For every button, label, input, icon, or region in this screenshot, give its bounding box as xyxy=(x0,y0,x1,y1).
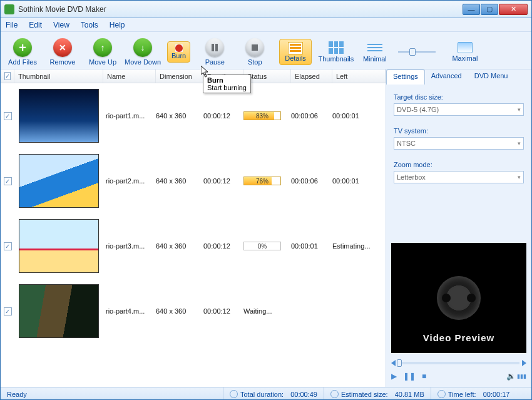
preview-pause-button[interactable]: ❚❚ xyxy=(403,372,416,381)
thumbnails-icon xyxy=(329,41,344,54)
zoom-mode-combo[interactable]: Letterbox xyxy=(394,171,524,183)
row-dimension: 640 x 360 xyxy=(156,307,203,315)
seek-end-icon[interactable] xyxy=(522,360,526,366)
minimal-icon xyxy=(367,41,382,54)
thumbnail-image xyxy=(19,219,99,273)
row-checkbox[interactable]: ✓ xyxy=(4,177,12,185)
content-area: Burn Start burning ✓ Thumbnail Name Dime… xyxy=(1,69,531,387)
pause-label: Pause xyxy=(205,58,225,66)
list-row[interactable]: ✓ rio-part2.m... 640 x 360 00:00:12 76% … xyxy=(1,148,386,213)
tv-system-combo[interactable]: NTSC xyxy=(394,137,524,150)
stop-icon xyxy=(245,38,264,57)
burn-button[interactable]: Burn xyxy=(167,41,190,63)
arrow-up-icon xyxy=(93,38,112,57)
list-body[interactable]: ✓ rio-part1.m... 640 x 360 00:00:12 83% … xyxy=(1,83,386,387)
preview-play-button[interactable]: ▶ xyxy=(391,372,397,381)
details-label: Details xyxy=(285,54,306,62)
status-estimated-size: Estimated size: 40.81 MB xyxy=(324,387,431,400)
row-checkbox[interactable]: ✓ xyxy=(4,307,12,315)
thumbnails-label: Thumbnails xyxy=(318,55,354,63)
target-disc-label: Target disc size: xyxy=(394,93,524,101)
maximal-icon xyxy=(458,42,473,53)
col-elapsed[interactable]: Elapsed xyxy=(291,69,332,83)
seek-bar[interactable] xyxy=(398,362,519,364)
zoom-mode-label: Zoom mode: xyxy=(394,161,524,168)
reel-icon xyxy=(437,276,481,320)
close-button[interactable]: ✕ xyxy=(499,4,528,15)
titlebar: Sothink Movie DVD Maker — ▢ ✕ xyxy=(1,1,531,18)
thumbnails-view-button[interactable]: Thumbnails xyxy=(320,41,352,63)
target-disc-combo[interactable]: DVD-5 (4.7G) xyxy=(394,103,524,116)
volume-control[interactable]: 🔉 ▮▮▮ xyxy=(506,372,526,381)
menubar: File Edit View Tools Help xyxy=(1,18,531,32)
stop-label: Stop xyxy=(248,58,262,66)
tab-dvd-menu[interactable]: DVD Menu xyxy=(468,69,514,85)
burn-tooltip: Burn Start burning xyxy=(203,74,251,93)
thumbnail-image xyxy=(19,284,99,338)
row-left: Estimating... xyxy=(332,242,386,250)
list-header: ✓ Thumbnail Name Dimension Duration Stat… xyxy=(1,69,386,83)
pause-icon xyxy=(205,38,224,57)
add-files-label: Add Files xyxy=(8,58,37,66)
preview-text: Video Preview xyxy=(423,332,494,343)
row-checkbox[interactable]: ✓ xyxy=(4,242,12,250)
maximal-view-button[interactable]: Maximal xyxy=(451,42,479,62)
tab-settings[interactable]: Settings xyxy=(386,69,425,85)
app-icon xyxy=(4,4,14,14)
minimal-label: Minimal xyxy=(363,55,387,63)
minimal-view-button[interactable]: Minimal xyxy=(361,41,389,63)
maximal-label: Maximal xyxy=(452,54,478,62)
preview-stop-button[interactable]: ■ xyxy=(422,372,426,381)
preview-controls: ▶ ❚❚ ■ 🔉 ▮▮▮ xyxy=(391,369,526,383)
select-all-checkbox[interactable]: ✓ xyxy=(4,72,11,80)
menu-tools[interactable]: Tools xyxy=(81,21,98,29)
list-row[interactable]: ✓ rio-part1.m... 640 x 360 00:00:12 83% … xyxy=(1,83,386,148)
maximize-button[interactable]: ▢ xyxy=(481,4,498,15)
col-left[interactable]: Left xyxy=(332,69,386,83)
row-dimension: 640 x 360 xyxy=(156,242,203,250)
row-elapsed: 00:00:06 xyxy=(291,177,332,185)
tv-system-label: TV system: xyxy=(394,127,524,135)
side-panel: Settings Advanced DVD Menu Target disc s… xyxy=(386,69,531,387)
preview-seek[interactable] xyxy=(391,358,526,368)
tab-advanced[interactable]: Advanced xyxy=(425,69,468,85)
stop-button[interactable]: Stop xyxy=(239,38,270,66)
minimize-button[interactable]: — xyxy=(463,4,480,15)
menu-help[interactable]: Help xyxy=(110,21,125,29)
remove-button[interactable]: Remove xyxy=(47,38,78,66)
row-name: rio-part1.m... xyxy=(103,112,156,120)
seek-start-icon[interactable] xyxy=(391,360,396,366)
add-files-button[interactable]: Add Files xyxy=(7,38,38,66)
row-dimension: 640 x 360 xyxy=(156,112,203,120)
video-preview: Video Preview xyxy=(391,243,526,353)
move-down-button[interactable]: Move Down xyxy=(127,38,158,66)
row-duration: 00:00:12 xyxy=(203,112,243,120)
menu-file[interactable]: File xyxy=(6,21,18,29)
col-thumbnail[interactable]: Thumbnail xyxy=(14,69,103,83)
details-view-button[interactable]: Details xyxy=(279,39,312,65)
progress-bar: 83% xyxy=(243,111,281,120)
list-row[interactable]: ✓ rio-part3.m... 640 x 360 00:00:12 0% 0… xyxy=(1,213,386,279)
arrow-down-icon xyxy=(133,38,152,57)
progress-bar: 0% xyxy=(243,242,281,250)
thumbnail-image xyxy=(19,154,99,208)
col-dimension[interactable]: Dimension xyxy=(156,69,203,83)
row-checkbox[interactable]: ✓ xyxy=(4,112,12,120)
plus-icon xyxy=(13,38,32,57)
menu-edit[interactable]: Edit xyxy=(29,21,42,29)
window-title: Sothink Movie DVD Maker xyxy=(18,5,463,14)
list-row[interactable]: ✓ rio-part4.m... 640 x 360 00:00:12 Wait… xyxy=(1,279,386,344)
settings-panel: Target disc size: DVD-5 (4.7G) TV system… xyxy=(386,85,531,190)
move-up-label: Move Up xyxy=(89,58,116,66)
row-elapsed: 00:00:01 xyxy=(291,242,332,250)
move-up-button[interactable]: Move Up xyxy=(87,38,118,66)
side-tabs: Settings Advanced DVD Menu xyxy=(386,69,531,85)
status-total-duration: Total duration: 00:00:49 xyxy=(223,387,324,400)
col-name[interactable]: Name xyxy=(103,69,156,83)
pause-button[interactable]: Pause xyxy=(199,38,230,66)
menu-view[interactable]: View xyxy=(53,21,69,29)
header-check[interactable]: ✓ xyxy=(1,69,14,83)
row-duration: 00:00:12 xyxy=(203,307,243,315)
thumb-size-slider[interactable] xyxy=(398,43,442,61)
statusbar: Ready Total duration: 00:00:49 Estimated… xyxy=(1,387,531,400)
